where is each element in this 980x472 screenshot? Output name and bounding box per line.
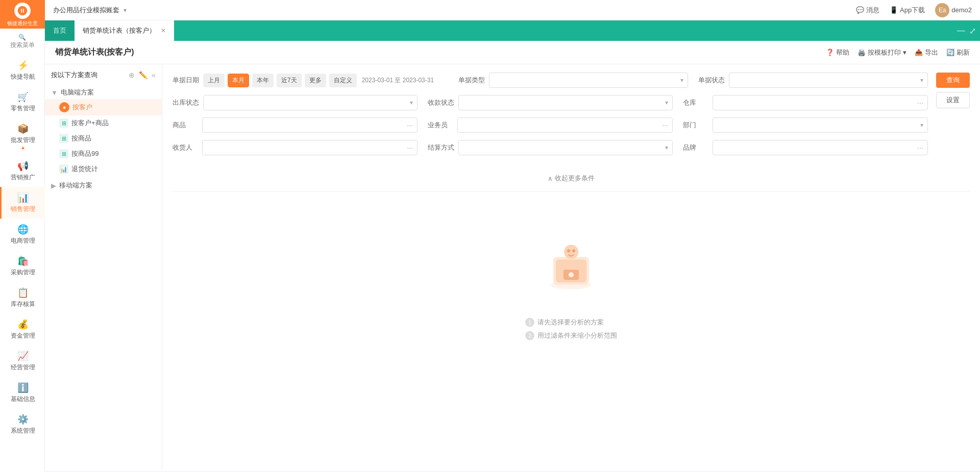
tab-report-label: 销货单统计表（按客户）	[83, 26, 156, 35]
receipt-status-control[interactable]: ▾	[458, 95, 673, 110]
sidebar-item-operations[interactable]: 📈 经营管理	[0, 345, 45, 377]
refresh-button[interactable]: 🔄 刷新	[946, 48, 970, 57]
arrow-right-icon: ▶	[51, 182, 56, 190]
scheme-group-desktop-title[interactable]: ▼ 电脑端方案	[45, 86, 162, 99]
sidebar-item-wholesale[interactable]: 📦 批发管理 ▲	[0, 118, 45, 155]
export-label: 导出	[925, 48, 938, 57]
export-icon: 📤	[915, 49, 923, 56]
sidebar-item-finance[interactable]: 💰 资金管理	[0, 314, 45, 345]
goods-control[interactable]: ···	[202, 117, 418, 133]
date-btn-7days[interactable]: 近7天	[277, 74, 302, 87]
tab-close-icon[interactable]: ✕	[161, 27, 166, 34]
sidebar-item-search[interactable]: 🔍 搜索菜单	[8, 29, 37, 55]
order-type-control[interactable]: ▾	[489, 73, 688, 88]
sidebar-item-basic-info[interactable]: ℹ️ 基础信息	[0, 377, 45, 409]
tabbar-right: — ⤢	[957, 26, 980, 36]
sidebar-logo[interactable]: 畅捷通好生意	[0, 0, 45, 29]
date-btn-this-month[interactable]: 本月	[228, 74, 249, 87]
settings-button[interactable]: 设置	[936, 92, 970, 108]
date-range-display: 2023-03-01 至 2023-03-31	[362, 76, 434, 85]
sidebar-wholesale-label: 批发管理	[11, 136, 35, 145]
tab-minimize-icon[interactable]: —	[957, 26, 965, 35]
sidebar-item-sales[interactable]: 📊 销售管理	[0, 187, 45, 219]
tab-home[interactable]: 首页	[45, 20, 75, 41]
scheme-goods99-label: 按商品99	[71, 149, 99, 158]
sidebar-item-system[interactable]: ⚙️ 系统管理	[0, 409, 45, 440]
department-control[interactable]: ▾	[713, 117, 928, 133]
scheme-returns-label: 退货统计	[71, 164, 98, 174]
query-button[interactable]: 查询	[936, 73, 970, 88]
scheme-item-by-customer[interactable]: ● 按客户	[45, 99, 162, 115]
topbar-left: 办公用品行业模拟账套 ▾	[53, 6, 127, 15]
search-icon: 🔍	[18, 34, 26, 41]
filter-warehouse-item: 仓库 ···	[683, 95, 928, 110]
customer-goods-scheme-icon: ⊞	[59, 119, 68, 128]
app-download-label: App下载	[900, 6, 925, 15]
sidebar-quick-nav-label: 快捷导航	[11, 73, 35, 81]
out-status-label: 出库状态	[173, 98, 199, 107]
sidebar-item-marketing[interactable]: 📢 营销推广	[0, 155, 45, 187]
warehouse-control[interactable]: ···	[713, 95, 928, 110]
svg-point-3	[564, 245, 578, 259]
print-button[interactable]: 🖨️ 按模板打印 ▾	[857, 48, 906, 57]
date-btn-this-year[interactable]: 本年	[252, 74, 274, 87]
date-btn-custom[interactable]: 自定义	[329, 74, 357, 87]
collapse-up-icon: ∧	[548, 175, 553, 182]
sidebar-item-purchase[interactable]: 🛍️ 采购管理	[0, 250, 45, 282]
scheme-item-by-customer-goods[interactable]: ⊞ 按客户+商品	[45, 115, 162, 131]
date-btn-more[interactable]: 更多	[305, 74, 326, 87]
scheme-collapse-icon[interactable]: «	[152, 71, 156, 79]
tab-maximize-icon[interactable]: ⤢	[969, 26, 976, 36]
order-status-arrow-icon: ▾	[920, 77, 923, 84]
topbar-dropdown-icon[interactable]: ▾	[124, 7, 127, 14]
date-btn-last-month[interactable]: 上月	[203, 74, 225, 87]
goods-scheme-icon: ⊞	[59, 134, 68, 143]
empty-tip-2-text: 用过滤条件来缩小分析范围	[537, 331, 617, 340]
scheme-panel: 按以下方案查询 ⊕ ✏️ « ▼ 电脑端方案 ●	[45, 64, 162, 471]
app-download-icon: 📱	[890, 6, 898, 14]
message-button[interactable]: 💬 消息	[856, 6, 879, 15]
sidebar-sales-label: 销售管理	[11, 205, 35, 214]
scheme-header-icons: ⊕ ✏️ «	[129, 71, 156, 79]
filter-receiver-item: 收货人 ···	[173, 140, 418, 155]
arrow-down-icon: ▼	[51, 89, 58, 97]
user-label: demo2	[951, 6, 972, 14]
sidebar-ecommerce-label: 电商管理	[11, 237, 35, 245]
sidebar-item-quick-nav[interactable]: ⚡ 快捷导航	[0, 55, 45, 86]
order-status-control[interactable]: ▾	[729, 73, 928, 88]
scheme-group-mobile-title[interactable]: ▶ 移动端方案	[45, 179, 162, 192]
logo-brand: 畅捷通好生意	[7, 20, 38, 27]
settlement-control[interactable]: ▾	[458, 140, 673, 155]
export-button[interactable]: 📤 导出	[915, 48, 938, 57]
scheme-item-returns[interactable]: 📊 退货统计	[45, 161, 162, 177]
brand-control[interactable]: ···	[713, 140, 928, 155]
user-profile[interactable]: Ea demo2	[935, 3, 972, 17]
filter-settlement-item: 结算方式 ▾	[428, 140, 673, 155]
avatar[interactable]: Ea	[935, 3, 949, 17]
app-download-button[interactable]: 📱 App下载	[890, 6, 925, 15]
scheme-add-icon[interactable]: ⊕	[129, 71, 135, 79]
help-icon: ❓	[826, 49, 834, 56]
salesperson-control[interactable]: ···	[457, 117, 673, 133]
collapse-bar[interactable]: ∧ 收起更多条件	[173, 170, 970, 187]
scheme-item-by-goods[interactable]: ⊞ 按商品	[45, 131, 162, 146]
scheme-item-by-goods-99[interactable]: ⊞ 按商品99	[45, 146, 162, 161]
sidebar-item-retail[interactable]: 🛒 零售管理	[0, 86, 45, 118]
system-icon: ⚙️	[17, 414, 29, 425]
logo-icon	[14, 3, 31, 19]
out-status-control[interactable]: ▾	[203, 95, 418, 110]
wholesale-icon: 📦	[17, 123, 29, 134]
scheme-edit-icon[interactable]: ✏️	[139, 71, 148, 79]
sidebar-item-ecommerce[interactable]: 🌐 电商管理	[0, 219, 45, 250]
filter-row-3: 商品 ··· 业务员 ···	[173, 117, 928, 133]
sidebar: 畅捷通好生意 🔍 搜索菜单 ⚡ 快捷导航 🛒 零售管理 📦 批发管理 ▲ 📢 营…	[0, 0, 45, 472]
empty-illustration	[541, 237, 602, 308]
filter-goods-item: 商品 ···	[173, 117, 418, 133]
help-button[interactable]: ❓ 帮助	[826, 48, 849, 57]
receiver-control[interactable]: ···	[202, 140, 418, 155]
scheme-group-desktop: ▼ 电脑端方案 ● 按客户 ⊞ 按客户+商品 ⊞	[45, 86, 162, 177]
tab-report[interactable]: 销货单统计表（按客户） ✕	[75, 20, 174, 41]
sidebar-item-inventory[interactable]: 📋 库存核算	[0, 282, 45, 314]
brand-dots-icon: ···	[917, 144, 923, 152]
topbar: 办公用品行业模拟账套 ▾ 💬 消息 📱 App下载 Ea demo2	[45, 0, 980, 20]
